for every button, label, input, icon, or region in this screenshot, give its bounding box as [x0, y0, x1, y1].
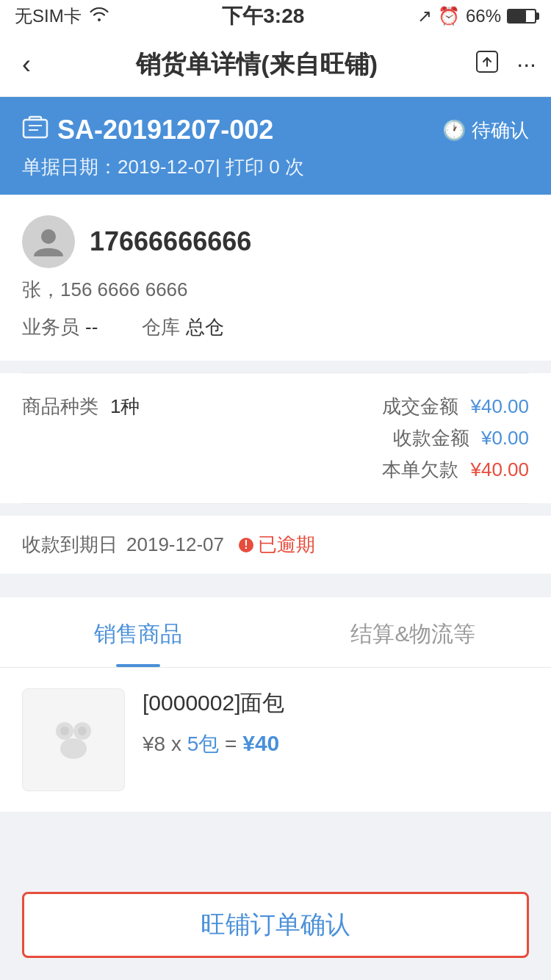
- share-icon[interactable]: [475, 50, 499, 79]
- customer-phone: 17666666666: [90, 226, 251, 257]
- customer-meta: 业务员 -- 仓库 总仓: [22, 314, 529, 340]
- amount-row-2: 收款金额 ¥0.00: [393, 425, 529, 451]
- battery-text: 66%: [466, 6, 501, 26]
- product-info: [0000002]面包 ¥8 x 5包 = ¥40: [143, 688, 529, 758]
- order-id-row: SA-20191207-002 🕐 待确认: [22, 115, 529, 145]
- due-date: 2019-12-07: [126, 533, 224, 556]
- order-header-card: SA-20191207-002 🕐 待确认 单据日期：2019-12-07| 打…: [0, 97, 551, 195]
- svg-rect-2: [24, 120, 47, 137]
- nav-actions: ···: [475, 50, 536, 79]
- overdue-badge: ! 已逾期: [239, 532, 315, 558]
- amount-value-1: ¥40.00: [470, 395, 529, 418]
- svg-point-8: [60, 738, 87, 759]
- product-price: ¥8 x 5包 = ¥40: [143, 730, 529, 758]
- amount-row-1: 成交金额 ¥40.00: [382, 394, 529, 419]
- due-date-card: 收款到期日 2019-12-07 ! 已逾期: [0, 516, 551, 574]
- sales-value: --: [85, 316, 98, 339]
- carrier-text: 无SIM卡: [15, 4, 82, 28]
- order-icon: [22, 115, 48, 145]
- overdue-text: 已逾期: [258, 532, 315, 558]
- confirm-button[interactable]: 旺铺订单确认: [22, 892, 529, 958]
- svg-point-10: [78, 727, 87, 735]
- type-label: 商品种类: [22, 394, 98, 419]
- content-area: SA-20191207-002 🕐 待确认 单据日期：2019-12-07| 打…: [0, 97, 551, 915]
- warehouse-meta: 仓库 总仓: [142, 314, 224, 340]
- back-button[interactable]: ‹: [15, 42, 38, 87]
- sales-meta: 业务员 --: [22, 314, 98, 340]
- customer-phone-row: 17666666666: [22, 215, 529, 268]
- status-bar: 无SIM卡 下午3:28 ↗ ⏰ 66%: [0, 0, 551, 32]
- product-thumbnail: [22, 688, 125, 791]
- svg-point-5: [41, 229, 56, 244]
- amount-row-3: 本单欠款 ¥40.00: [382, 457, 529, 483]
- status-left: 无SIM卡: [15, 4, 109, 28]
- tab-products[interactable]: 销售商品: [0, 597, 276, 667]
- status-right: ↗ ⏰ 66%: [417, 6, 536, 26]
- status-clock-icon: 🕐: [442, 119, 466, 142]
- product-tabs: 销售商品 结算&物流等: [0, 597, 551, 668]
- due-label: 收款到期日: [22, 532, 118, 558]
- svg-point-9: [60, 727, 69, 735]
- order-id: SA-20191207-002: [22, 115, 273, 145]
- divider-3: [0, 574, 551, 586]
- summary-left: 商品种类 1种: [22, 394, 140, 419]
- summary-right: 成交金额 ¥40.00 收款金额 ¥0.00 本单欠款 ¥40.00: [382, 394, 529, 483]
- wifi-icon: [89, 6, 109, 26]
- product-qty: 5包: [187, 732, 220, 755]
- divider-2: [22, 503, 529, 504]
- tab-settlement[interactable]: 结算&物流等: [276, 597, 551, 667]
- warehouse-value: 总仓: [186, 314, 224, 340]
- amount-label-3: 本单欠款: [382, 457, 458, 483]
- amount-value-2: ¥0.00: [481, 427, 529, 450]
- status-time: 下午3:28: [222, 2, 304, 30]
- more-icon[interactable]: ···: [516, 51, 536, 78]
- nav-bar: ‹ 销货单详情(来自旺铺) ···: [0, 32, 551, 97]
- amount-label-1: 成交金额: [382, 394, 458, 419]
- sales-label: 业务员: [22, 314, 79, 340]
- order-date: 单据日期：2019-12-07| 打印 0 次: [22, 154, 529, 180]
- avatar: [22, 215, 75, 268]
- amount-label-2: 收款金额: [393, 425, 469, 451]
- summary-card: 商品种类 1种 成交金额 ¥40.00 收款金额 ¥0.00 本单欠款 ¥40.…: [0, 373, 551, 503]
- amount-value-3: ¥40.00: [470, 458, 529, 481]
- battery-icon: [507, 9, 536, 24]
- product-name: [0000002]面包: [143, 688, 529, 718]
- page-title: 销货单详情(来自旺铺): [136, 48, 378, 82]
- alarm-icon: ⏰: [438, 6, 460, 26]
- gps-icon: ↗: [417, 6, 432, 26]
- type-value: 1种: [110, 394, 140, 419]
- product-card: [0000002]面包 ¥8 x 5包 = ¥40: [0, 668, 551, 812]
- order-status: 🕐 待确认: [442, 118, 529, 143]
- overdue-icon: !: [239, 538, 253, 552]
- customer-name: 张，156 6666 6666: [22, 277, 529, 303]
- bottom-area: 旺铺订单确认: [0, 877, 551, 980]
- customer-card: 17666666666 张，156 6666 6666 业务员 -- 仓库 总仓: [0, 195, 551, 361]
- warehouse-label: 仓库: [142, 314, 180, 340]
- product-type-row: 商品种类 1种: [22, 394, 140, 419]
- product-total: ¥40: [242, 731, 279, 755]
